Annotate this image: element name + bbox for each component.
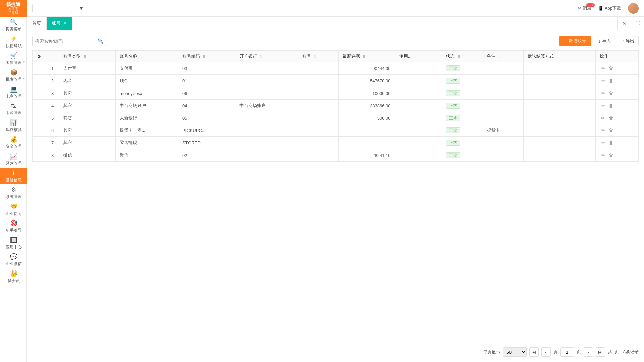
edit-button[interactable]: ✏	[600, 127, 606, 134]
row-code: 03	[178, 62, 235, 75]
row-type: 其它	[59, 100, 116, 112]
sidebar-item-wholesale-mgmt[interactable]: 📦 批发管理 ▼	[0, 67, 27, 84]
sidebar-item-retail-mgmt[interactable]: 🛒 零售管理 ▼	[0, 50, 27, 67]
sidebar-item-search-menu[interactable]: 🔍 搜索菜单	[0, 17, 27, 34]
row-settings-cell	[33, 112, 46, 124]
edit-button[interactable]: ✏	[600, 139, 606, 146]
row-index: 8	[46, 149, 59, 162]
fund-mgmt-icon: 💰	[10, 136, 17, 143]
edit-button[interactable]: ✏	[600, 77, 606, 84]
row-balance: 500.00	[338, 112, 395, 124]
row-settings-cell	[33, 100, 46, 112]
tab-expand-btn[interactable]: ⛶	[631, 17, 644, 30]
user-avatar[interactable]	[628, 3, 639, 14]
message-badge: 99+	[586, 3, 595, 7]
row-action: ✏ 🗑	[595, 87, 638, 100]
row-name: 大新银行	[116, 112, 178, 124]
row-balance: 28241.10	[338, 149, 395, 162]
first-page-button[interactable]: ⏮	[529, 347, 539, 357]
sidebar-item-system-mgmt[interactable]: ⚙ 系统管理	[0, 184, 27, 201]
col-status[interactable]: 状态 ⇅	[442, 51, 483, 62]
add-account-button[interactable]: + 新增账号	[559, 36, 591, 46]
row-usage	[395, 137, 442, 149]
page-size-select[interactable]: 50 100 200	[503, 347, 527, 357]
delete-button[interactable]: 🗑	[607, 152, 615, 159]
page-content: 🔍 + 新增账号 ↓ 导入 ↑ 导出	[27, 30, 644, 362]
ecommerce-mgmt-icon: 💻	[10, 85, 17, 93]
col-type[interactable]: 账号类型 ⇅	[59, 51, 116, 62]
delete-button[interactable]: 🗑	[607, 127, 615, 134]
col-default-payment[interactable]: 默认结算方式 ⇅	[523, 51, 595, 62]
edit-button[interactable]: ✏	[600, 90, 606, 97]
import-button[interactable]: ↓ 导入	[594, 36, 615, 46]
app-center-icon: 🔲	[10, 236, 17, 244]
edit-button[interactable]: ✏	[600, 115, 606, 121]
tab-close-btn[interactable]: ✕	[617, 17, 631, 30]
tab-close-account[interactable]: ✕	[63, 21, 67, 26]
row-account	[298, 100, 338, 112]
sidebar-item-new-guide[interactable]: 🎯 新手引导	[0, 218, 27, 235]
row-code: 05	[178, 112, 235, 124]
delete-button[interactable]: 🗑	[607, 90, 615, 97]
row-action: ✏ 🗑	[595, 112, 638, 124]
header-search-input[interactable]	[32, 4, 72, 13]
account-search-button[interactable]: 🔍	[95, 36, 106, 46]
edit-button[interactable]: ✏	[600, 152, 606, 159]
sidebar-item-enterprise-wechat[interactable]: 💬 企业微信	[0, 251, 27, 268]
delete-button[interactable]: 🗑	[607, 65, 615, 72]
sidebar-item-purchase-mgmt[interactable]: 🛍 采购管理	[0, 101, 27, 117]
row-account	[298, 62, 338, 75]
header-dropdown[interactable]: ▼	[79, 6, 84, 11]
app-download-button[interactable]: 📱 App下载	[598, 5, 621, 11]
edit-button[interactable]: ✏	[600, 65, 606, 72]
sort-note-icon: ⇅	[498, 55, 501, 58]
sidebar-item-inventory-calc[interactable]: 📊 库存核算	[0, 117, 27, 134]
col-note[interactable]: 备注 ⇅	[483, 51, 523, 62]
toolbar-right: + 新增账号 ↓ 导入 ↑ 导出	[559, 36, 639, 46]
sidebar-item-vip-member[interactable]: 👑 畅会员	[0, 268, 27, 285]
sidebar-item-quick-nav[interactable]: ⚡ 快捷导航	[0, 34, 27, 50]
row-balance	[338, 124, 395, 137]
delete-button[interactable]: 🗑	[607, 102, 615, 109]
sidebar: 畅捷通 好生意 乐意版 🔍 搜索菜单 ⚡ 快捷导航 🛒 零售管理 ▼ 📦 批发管…	[0, 0, 27, 362]
col-name[interactable]: 账号名称 ⇅	[116, 51, 178, 62]
pagination: 每页显示 50 100 200 ⏮ ‹ 页 页 › ⏭ 共1页，8条记录	[32, 343, 639, 357]
message-button[interactable]: ✉ 消息 99+	[578, 5, 591, 11]
sidebar-item-enterprise-agreement[interactable]: 🤝 企业协同	[0, 201, 27, 218]
tab-home[interactable]: 首页	[27, 17, 47, 30]
delete-button[interactable]: 🗑	[607, 115, 615, 121]
col-bank[interactable]: 开户银行 ⇅	[235, 51, 298, 62]
page-number-input[interactable]	[560, 347, 574, 357]
next-page-button[interactable]: ›	[584, 347, 593, 357]
col-account[interactable]: 账号 ⇅	[298, 51, 338, 62]
prev-page-button[interactable]: ‹	[541, 347, 551, 357]
account-search-input[interactable]	[33, 39, 95, 44]
row-action: ✏ 🗑	[595, 149, 638, 162]
last-page-button[interactable]: ⏭	[596, 347, 605, 357]
row-bank	[235, 62, 298, 75]
delete-button[interactable]: 🗑	[607, 77, 615, 84]
row-index: 1	[46, 62, 59, 75]
col-index	[46, 51, 59, 62]
row-action: ✏ 🗑	[595, 100, 638, 112]
row-type: 其它	[59, 124, 116, 137]
row-index: 5	[46, 112, 59, 124]
col-usage[interactable]: 使用... ⇅	[395, 51, 442, 62]
col-balance[interactable]: 最新余额 ⇅	[338, 51, 395, 62]
tab-account[interactable]: 账号 ✕	[47, 17, 72, 30]
delete-button[interactable]: 🗑	[607, 139, 615, 146]
export-button[interactable]: ↑ 导出	[618, 36, 639, 46]
row-bank	[235, 75, 298, 87]
edit-button[interactable]: ✏	[600, 102, 606, 109]
export-icon: ↑	[622, 39, 625, 44]
col-code[interactable]: 账号编码 ⇅	[178, 51, 235, 62]
row-usage	[395, 112, 442, 124]
sidebar-item-app-center[interactable]: 🔲 应用中心	[0, 235, 27, 251]
enterprise-agreement-icon: 🤝	[10, 203, 17, 210]
sidebar-item-operation-mgmt[interactable]: 📈 经营管理	[0, 151, 27, 168]
sidebar-item-ecommerce-mgmt[interactable]: 💻 电商管理	[0, 84, 27, 101]
sidebar-item-basic-info[interactable]: ℹ 基础信息	[0, 168, 27, 184]
col-settings[interactable]: ⚙	[33, 51, 46, 62]
sidebar-item-fund-mgmt[interactable]: 💰 资金管理	[0, 134, 27, 151]
row-type: 微信	[59, 149, 116, 162]
